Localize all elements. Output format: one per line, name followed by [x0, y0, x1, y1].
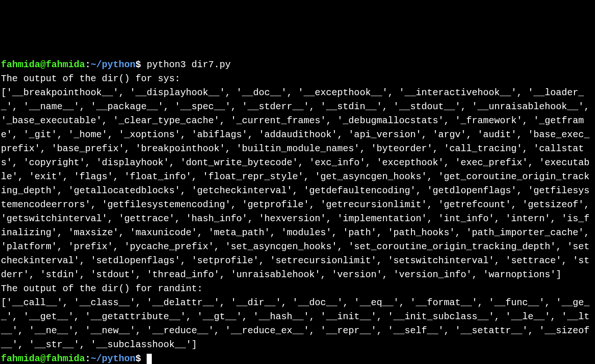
output-sys-body: ['__breakpointhook__', '__displayhook__'…	[1, 86, 594, 282]
prompt-line-2[interactable]: fahmida@fahmida:~/python$	[1, 352, 594, 364]
prompt-host: fahmida	[46, 59, 85, 70]
prompt-dollar: $	[135, 353, 147, 364]
output-randint-header: The output of the dir() for randint:	[1, 282, 594, 296]
prompt-path: ~/python	[91, 353, 135, 364]
prompt-host: fahmida	[46, 353, 85, 364]
cursor-icon	[147, 354, 152, 364]
output-sys-header: The output of the dir() for sys:	[1, 72, 594, 86]
prompt-line-1[interactable]: fahmida@fahmida:~/python$ python3 dir7.p…	[1, 58, 594, 72]
prompt-at: @	[40, 353, 46, 364]
prompt-dollar: $	[135, 59, 147, 70]
prompt-at: @	[40, 59, 46, 70]
prompt-colon: :	[85, 353, 91, 364]
prompt-user: fahmida	[1, 353, 40, 364]
prompt-colon: :	[85, 59, 91, 70]
output-randint-body: ['__call__', '__class__', '__delattr__',…	[1, 296, 594, 352]
command-text: python3 dir7.py	[147, 59, 231, 70]
prompt-path: ~/python	[91, 59, 135, 70]
prompt-user: fahmida	[1, 59, 40, 70]
